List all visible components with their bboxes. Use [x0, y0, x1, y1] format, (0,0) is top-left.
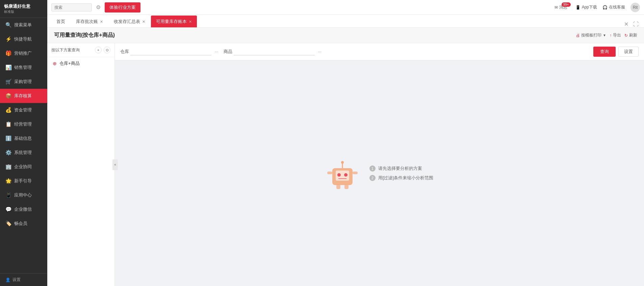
sidebar-item-operations[interactable]: 📋 经营管理 [0, 117, 47, 131]
goods-input[interactable] [234, 48, 315, 55]
message-btn[interactable]: ✉ 消息 99+ [555, 4, 567, 10]
sidebar-item-enterprise[interactable]: 🏢 企业协同 [0, 160, 47, 174]
tab-available-ledger-close[interactable]: ✕ [189, 20, 192, 24]
tabs-bar: 首页 库存批次账 ✕ 收发存汇总表 ✕ 可用量库存账本 ✕ ✕ ⛶ [47, 15, 644, 28]
tip-text-1: 请先选择要分析的方案 [378, 165, 422, 172]
online-service-btn[interactable]: 🎧 在线客服 [602, 4, 625, 10]
tab-inventory-summary-close[interactable]: ✕ [142, 20, 145, 24]
sidebar-label-purchase: 采购管理 [14, 79, 32, 85]
finance-icon: 💰 [5, 107, 11, 113]
print-icon: 🖨 [576, 33, 580, 38]
tab-home-label: 首页 [56, 19, 65, 25]
message-badge: 99+ [562, 2, 571, 7]
sidebar-bottom[interactable]: 👤 设置 [0, 273, 47, 286]
sidebar-label-newbie: 新手引导 [14, 178, 32, 184]
sidebar-item-enterprise-wechat[interactable]: 💬 企业微信 [0, 202, 47, 216]
app-download-btn[interactable]: 📱 App下载 [575, 4, 597, 10]
svg-rect-7 [327, 172, 332, 174]
sidebar-item-purchase[interactable]: 🛒 采购管理 [0, 75, 47, 89]
refresh-label: 刷新 [629, 32, 637, 38]
message-icon: ✉ [555, 5, 558, 10]
sidebar-item-inventory[interactable]: 📦 库存核算 [0, 89, 47, 103]
filter-item-warehouse-goods[interactable]: ⊕ 仓库+商品 [47, 57, 114, 70]
topbar-right: ✉ 消息 99+ 📱 App下载 🎧 在线客服 Rit [555, 3, 640, 12]
app-download-label: App下载 [582, 4, 597, 10]
query-bar: 仓库 ··· 商品 ··· 查询 设置 [115, 43, 644, 60]
print-dropdown-icon[interactable]: ▼ [603, 33, 606, 37]
empty-state-inner: 1 请先选择要分析的方案 2 用[过滤]条件来缩小分析范围 [326, 156, 433, 190]
empty-tips: 1 请先选择要分析的方案 2 用[过滤]条件来缩小分析范围 [369, 165, 433, 181]
sidebar-label-sales: 销售管理 [14, 64, 32, 71]
quick-nav-icon: ⚡ [5, 36, 11, 42]
svg-rect-8 [353, 172, 358, 174]
print-btn[interactable]: 🖨 按模板打印 ▼ [576, 32, 606, 38]
sidebar-label-inventory: 库存核算 [14, 93, 32, 99]
sidebar-item-member[interactable]: 🏷️ 畅会员 [0, 216, 47, 231]
user-name: Rit [633, 5, 638, 10]
goods-label: 商品 [224, 49, 232, 55]
tab-available-ledger[interactable]: 可用量库存账本 ✕ [151, 16, 197, 27]
tip-item-1: 1 请先选择要分析的方案 [369, 165, 433, 172]
filter-add-btn[interactable]: + [95, 47, 102, 53]
sidebar-label-enterprise: 企业协同 [14, 164, 32, 170]
app-name: 畅康通好生意 [4, 3, 43, 9]
sidebar-item-sales[interactable]: 📊 销售管理 [0, 60, 47, 75]
warehouse-field: 仓库 ··· [120, 48, 220, 55]
newbie-icon: 🌟 [5, 178, 11, 184]
svg-point-3 [344, 173, 347, 177]
query-right-btns: 查询 设置 [593, 47, 639, 57]
export-btn[interactable]: ↑ 导出 [610, 32, 621, 38]
user-avatar[interactable]: Rit [630, 3, 640, 12]
sidebar-label-enterprise-wechat: 企业微信 [14, 206, 32, 212]
tab-inventory-summary[interactable]: 收发存汇总表 ✕ [109, 16, 150, 27]
tab-inventory-summary-label: 收发存汇总表 [114, 19, 140, 25]
filter-sidebar: 按以下方案查询 + ⊙ ⊕ 仓库+商品 « [47, 43, 115, 286]
marketing-icon: 🎁 [5, 50, 11, 56]
sidebar-item-newbie[interactable]: 🌟 新手引导 [0, 174, 47, 188]
sidebar-label-member: 畅会员 [14, 220, 27, 227]
page-header: 可用量查询(按仓库+商品) 🖨 按模板打印 ▼ ↑ 导出 ↻ 刷新 [47, 28, 644, 43]
tip-num-2: 2 [369, 175, 376, 181]
svg-point-2 [337, 173, 341, 177]
goods-more-btn[interactable]: ··· [316, 49, 324, 55]
sidebar-item-finance[interactable]: 💰 资金管理 [0, 103, 47, 117]
warehouse-label: 仓库 [120, 49, 129, 55]
purchase-icon: 🛒 [5, 79, 11, 85]
sidebar-item-app-center[interactable]: 📱 应用中心 [0, 188, 47, 202]
gear-icon[interactable]: ⚙ [95, 3, 102, 12]
empty-state: 1 请先选择要分析的方案 2 用[过滤]条件来缩小分析范围 [115, 60, 644, 286]
warehouse-input[interactable] [130, 48, 211, 55]
app-center-icon: 📱 [5, 192, 11, 198]
tabs-actions: ✕ ⛶ [623, 21, 640, 27]
sidebar-bottom-label: 设置 [12, 277, 21, 283]
sidebar-item-quick-nav[interactable]: ⚡ 快捷导航 [0, 32, 47, 46]
topbar-search-input[interactable] [51, 3, 92, 11]
system-icon: ⚙️ [5, 150, 11, 156]
industry-btn[interactable]: 体验行业方案 [105, 2, 140, 12]
sidebar-item-marketing[interactable]: 🎁 营销推广 [0, 46, 47, 60]
sidebar-item-basic-info[interactable]: ℹ️ 基础信息 [0, 131, 47, 146]
enterprise-wechat-icon: 💬 [5, 206, 11, 212]
filter-settings-btn[interactable]: ⊙ [104, 47, 110, 53]
refresh-btn[interactable]: ↻ 刷新 [624, 32, 637, 38]
filter-header-icons: + ⊙ [95, 47, 110, 53]
setting-btn[interactable]: 设置 [618, 47, 639, 57]
main-area: ⚙ 体验行业方案 ✉ 消息 99+ 📱 App下载 🎧 在线客服 Rit 首 [47, 0, 644, 286]
tab-close-all-btn[interactable]: ✕ [623, 21, 630, 27]
tab-batch-ledger[interactable]: 库存批次账 ✕ [71, 16, 108, 27]
tab-home[interactable]: 首页 [51, 16, 70, 27]
tab-expand-btn[interactable]: ⛶ [632, 21, 640, 27]
print-label: 按模板打印 [581, 32, 601, 38]
tab-batch-ledger-close[interactable]: ✕ [100, 20, 103, 24]
filter-collapse-btn[interactable]: « [112, 159, 118, 170]
online-service-label: 在线客服 [609, 4, 625, 10]
warehouse-more-btn[interactable]: ··· [213, 49, 220, 55]
query-btn[interactable]: 查询 [593, 47, 616, 57]
sales-icon: 📊 [5, 64, 11, 71]
export-icon: ↑ [610, 33, 612, 38]
sidebar-item-search[interactable]: 🔍 搜索菜单 [0, 18, 47, 32]
svg-rect-9 [336, 184, 340, 189]
app-edition: 标准版 [4, 9, 43, 14]
inventory-icon: 📦 [5, 93, 11, 99]
sidebar-item-system[interactable]: ⚙️ 系统管理 [0, 146, 47, 160]
